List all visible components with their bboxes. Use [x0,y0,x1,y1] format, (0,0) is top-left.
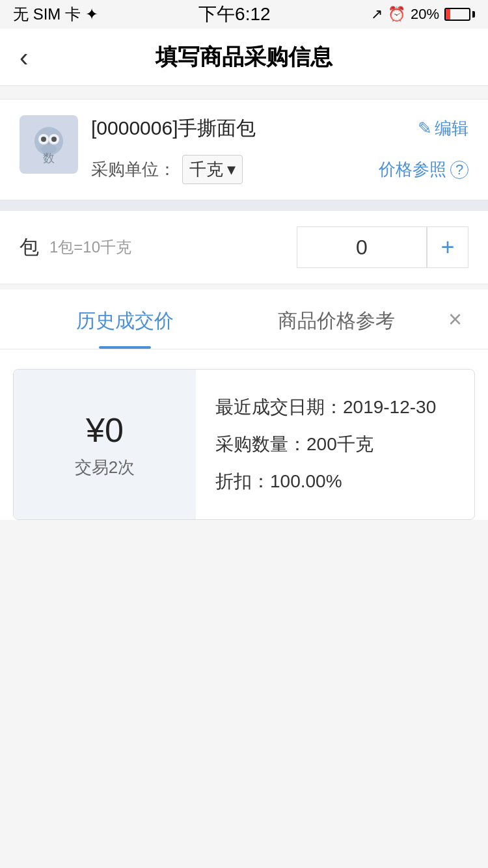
trade-count: 交易2次 [75,456,135,479]
edit-icon: ✎ [418,118,432,139]
alarm-icon: ⏰ [388,6,405,23]
qty-input-group: + [297,226,468,268]
tab-history-price[interactable]: 历史成交价 [20,290,230,349]
status-right: ↗ ⏰ 20% [371,6,475,23]
divider [0,200,488,211]
nav-bar: ‹ 填写商品采购信息 [0,29,488,86]
unit-dropdown[interactable]: 千克 ▾ [182,155,243,184]
page-title: 填写商品采购信息 [156,42,332,72]
unit-value: 千克 [189,158,223,181]
qty-plus-button[interactable]: + [427,226,468,268]
tab-close-button[interactable]: × [442,301,468,338]
history-detail-side: 最近成交日期：2019-12-30 采购数量：200千克 折扣：100.00% [196,370,474,519]
battery-icon [444,8,475,21]
recent-date-label: 最近成交日期： [215,397,343,417]
qty-detail-value: 200千克 [306,434,373,454]
quantity-row: 包 1包=10千克 + [0,211,488,284]
unit-label: 采购单位： [91,158,176,181]
status-bar: 无 SIM 卡 ✦ 下午6:12 ↗ ⏰ 20% [0,0,488,29]
qty-row: 采购数量：200千克 [215,430,455,459]
edit-label: 编辑 [435,117,468,140]
svg-point-3 [41,137,46,142]
quantity-input[interactable] [297,226,427,268]
history-card: ¥0 交易2次 最近成交日期：2019-12-30 采购数量：200千克 折扣：… [13,369,475,520]
product-name: [0000006]手撕面包 [91,115,256,142]
qty-unit: 包 [20,234,39,261]
qty-detail-label: 采购数量： [215,434,306,454]
discount-label: 折扣： [215,471,270,491]
price-symbol: ¥ [86,411,105,449]
unit-row: 采购单位： 千克 ▾ [91,155,243,184]
svg-point-4 [51,137,57,142]
battery-percent: 20% [411,6,439,23]
product-info: [0000006]手撕面包 ✎ 编辑 采购单位： 千克 ▾ 价格参照 ? [91,115,468,184]
tab-price-ref[interactable]: 商品价格参考 [230,290,441,349]
back-button[interactable]: ‹ [20,44,28,70]
price-ref-help-icon: ? [450,161,468,179]
dropdown-icon: ▾ [227,159,236,180]
svg-text:数: 数 [43,152,55,165]
status-time: 下午6:12 [198,2,271,27]
qty-unit-hint: 1包=10千克 [49,237,131,258]
tab-section: 历史成交价 商品价格参考 × ¥0 交易2次 最近成交日期：2019-12-30… [0,290,488,520]
price-value: 0 [105,411,124,449]
history-price-display: ¥0 [86,411,124,450]
edit-button[interactable]: ✎ 编辑 [418,117,468,140]
sim-label: 无 SIM 卡 ✦ [13,4,98,25]
recent-date-row: 最近成交日期：2019-12-30 [215,393,455,422]
tab-bar: 历史成交价 商品价格参考 × [0,290,488,349]
discount-row: 折扣：100.00% [215,467,455,496]
status-left: 无 SIM 卡 ✦ [13,4,98,25]
price-ref-label: 价格参照 [379,158,446,181]
history-price-side: ¥0 交易2次 [14,370,196,519]
price-ref-button[interactable]: 价格参照 ? [379,158,468,181]
product-thumbnail: 数 [20,115,78,174]
product-image: 数 [26,122,72,167]
recent-date-value: 2019-12-30 [343,397,436,417]
product-card: 数 [0000006]手撕面包 ✎ 编辑 采购单位： 千克 ▾ [0,99,488,200]
discount-value: 100.00% [270,471,342,491]
location-icon: ↗ [371,6,383,23]
qty-label-group: 包 1包=10千克 [20,234,131,261]
